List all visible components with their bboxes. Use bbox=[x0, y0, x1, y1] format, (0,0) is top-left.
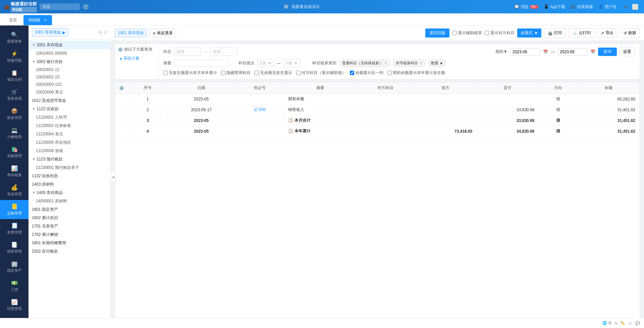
subject-input[interactable]: 选择... ··· bbox=[174, 48, 201, 56]
tree-item-10020002[interactable]: 10020002 23 bbox=[29, 73, 110, 81]
account-refresh-icon[interactable]: ↺ bbox=[104, 30, 107, 35]
row-voucher[interactable]: 记-006 bbox=[235, 105, 284, 115]
checkbox-hide-disabled[interactable]: 隐藏禁用科目 bbox=[221, 70, 251, 76]
checkbox-no-balance[interactable]: 无余额无发生显示 bbox=[255, 70, 292, 76]
tree-item-1001[interactable]: ▼1001 库存现金 bbox=[29, 41, 110, 49]
sidebar-item-mini-ecommerce[interactable]: 💻 小畅电商 bbox=[0, 124, 29, 143]
lang-btn[interactable]: 🌐 英 bbox=[602, 321, 612, 326]
sidebar-item-general-ledger[interactable]: 📒 总账管理 bbox=[0, 200, 29, 219]
subject-input-2[interactable]: 选择... ··· bbox=[210, 48, 237, 56]
tab-close-icon[interactable]: ✕ bbox=[44, 18, 47, 22]
tree-item-1132[interactable]: 1132 应收利息 bbox=[29, 172, 110, 180]
system-scheme-btn[interactable]: ● 系统方案 bbox=[118, 54, 156, 63]
tree-item-11220002[interactable]: 11220002 往来标签 bbox=[29, 122, 110, 130]
tag-foreign-close[interactable]: ✕ bbox=[420, 61, 422, 65]
close-window-btn[interactable]: ✕ bbox=[622, 4, 629, 10]
level-from-select[interactable]: 1级 ▼ bbox=[257, 59, 274, 67]
period-end-input[interactable] bbox=[557, 48, 588, 56]
col-settings-icon[interactable]: ⚙️ bbox=[119, 86, 124, 90]
tab-ledger[interactable]: 明细账 ✕ bbox=[23, 15, 52, 25]
tree-item-2202[interactable]: 2202 应付账款 bbox=[29, 247, 110, 256]
tree-item-1701[interactable]: 1701 无形资产 bbox=[29, 222, 110, 231]
tab-home[interactable]: 首页 bbox=[4, 15, 22, 25]
tag-normal-close[interactable]: ✕ bbox=[384, 61, 387, 65]
tree-item-1002[interactable]: ▼1002 银行存款 bbox=[29, 58, 110, 66]
sidebar-item-fixed-assets[interactable]: 🏢 固定资产 bbox=[0, 257, 29, 276]
tree-item-11220006[interactable]: 11220006 游戏 bbox=[29, 147, 110, 155]
sidebar-item-project-contract[interactable]: 📋 项目合同 bbox=[0, 66, 29, 85]
tag-quantity-arrow[interactable]: ▼ bbox=[439, 61, 443, 65]
tree-item-14050001[interactable]: 14050001 原材料 bbox=[29, 197, 110, 205]
sidebar-item-tax[interactable]: 📑 税务管理 bbox=[0, 238, 29, 257]
row-num: 2 bbox=[128, 105, 167, 115]
sidebar-item-label: 经营管理 bbox=[7, 306, 22, 311]
sidebar-item-salary[interactable]: 💵 工资 bbox=[0, 276, 29, 296]
sidebar-item-invoice[interactable]: 🧾 发票管理 bbox=[0, 219, 29, 238]
sidebar-item-retail[interactable]: 🛒 零售管理 bbox=[0, 85, 29, 105]
cloud-print-btn[interactable]: ☁️ 云打印 bbox=[569, 28, 594, 38]
tree-item-1012[interactable]: 1012 其他货币资金 bbox=[29, 96, 110, 105]
sidebar-item-purchase[interactable]: 🛍️ 采购管理 bbox=[0, 143, 29, 162]
checkbox-opposite-subject[interactable]: 对方科目（显示辅助项） bbox=[296, 70, 346, 76]
tree-item-1405[interactable]: ▼1405 库存商品 bbox=[29, 189, 110, 197]
tree-item-10020001[interactable]: 10020001 12 bbox=[29, 66, 110, 73]
maximize-btn[interactable]: ⬜ bbox=[631, 4, 640, 10]
percent-btn[interactable]: % bbox=[614, 321, 618, 325]
tree-item-11230001[interactable]: 11230001 预付账款美于 bbox=[29, 163, 110, 172]
tree-item-10010001[interactable]: 10010001 同同同 bbox=[29, 49, 110, 58]
tag-normal-subject[interactable]: 普通科目（无特殊核算） ✕ bbox=[339, 60, 390, 67]
tree-item-1702[interactable]: 1702 累计摊销 bbox=[29, 231, 110, 239]
export-btn[interactable]: ↗ 导出 bbox=[597, 28, 617, 38]
show-auxiliary-checkbox[interactable]: 显示辅助核算 bbox=[452, 30, 482, 36]
settings-icon[interactable]: ⚙️ bbox=[83, 4, 89, 10]
checkbox-no-amount[interactable]: 无发生额显示本月本年累计 bbox=[163, 70, 217, 76]
filter-panel: ⚙️ 按以下方案查询 ● 系统方案 科目 选择... · bbox=[115, 44, 640, 79]
summary-input[interactable] bbox=[174, 60, 229, 67]
panel-collapse-toggle[interactable]: ◀ bbox=[110, 171, 116, 182]
expand-more-btn[interactable]: ∧ 收起更多 bbox=[150, 29, 176, 37]
app-download-btn[interactable]: 📱 App下载 bbox=[544, 4, 565, 10]
tree-item-1122[interactable]: ▼1122 应收款 bbox=[29, 105, 110, 113]
message-btn[interactable]: 💬 消息 99+ bbox=[514, 4, 538, 10]
account-tag-arrow[interactable]: ▶ bbox=[62, 30, 65, 35]
tree-item-10020006[interactable]: 10020006 美元 bbox=[29, 88, 110, 96]
sidebar-item-quick-nav[interactable]: ⚡ 快捷导航 bbox=[0, 47, 29, 66]
query-btn[interactable]: 查询 bbox=[598, 48, 617, 56]
tree-item-11220004[interactable]: 11220004 美元 bbox=[29, 130, 110, 138]
setting-btn[interactable]: 设置 bbox=[620, 47, 635, 56]
sidebar-item-business-mgmt[interactable]: 📈 经营管理 bbox=[0, 296, 29, 315]
return-old-btn[interactable]: 退回旧版 bbox=[425, 28, 449, 38]
sidebar-item-inventory[interactable]: 📊 库存核算 bbox=[0, 162, 29, 181]
tree-item-1403[interactable]: 1403 原材料 bbox=[29, 180, 110, 189]
col-settings[interactable]: ⚙️ bbox=[115, 82, 128, 94]
tag-foreign-currency[interactable]: 外币核算科目 ✕ bbox=[393, 60, 425, 67]
table-row-monthly-total: 3 2023-05 📋本月合计 33,830.98 借 31,451.62 bbox=[115, 115, 640, 126]
demo-link[interactable]: 我要看实例演示 bbox=[291, 4, 320, 10]
tree-item-1801[interactable]: 1801 长期待摊费用 bbox=[29, 239, 110, 247]
sidebar-item-capital[interactable]: 💰 资金管理 bbox=[0, 181, 29, 200]
refresh-btn[interactable]: ↺ 刷新 bbox=[620, 28, 640, 38]
tree-item-1602[interactable]: 1602 累计折旧 bbox=[29, 214, 110, 222]
tree-item-11220001[interactable]: 11220001 人民币 bbox=[29, 113, 110, 122]
online-service-btn[interactable]: 🎧 在线客服 bbox=[571, 4, 593, 10]
edit-btn[interactable]: ✏️ bbox=[621, 321, 625, 325]
tree-item-11220005[interactable]: 11220005 所在地区 bbox=[29, 138, 110, 147]
cloud-btn[interactable]: ☁️ bbox=[628, 321, 633, 325]
tree-item-10020003[interactable]: 10020003 122 bbox=[29, 81, 110, 88]
checkbox-opening-balance[interactable]: 期初余额显示本年累计发生额 bbox=[387, 70, 445, 76]
account-list-icon[interactable]: ☰ bbox=[99, 30, 102, 35]
checkbox-balance-one-col[interactable]: 余额显示在一列 bbox=[350, 70, 383, 76]
user-avatar-btn[interactable]: 👤 用户名 bbox=[598, 4, 617, 10]
top-search-input[interactable] bbox=[40, 3, 80, 10]
print-btn[interactable]: 🖨️ 打印 bbox=[544, 28, 566, 38]
chat-btn[interactable]: 💬 bbox=[635, 321, 640, 325]
sidebar-item-search-menu[interactable]: 🔍 搜索菜单 bbox=[0, 28, 29, 47]
format-btn[interactable]: 金额式 ▼ bbox=[517, 28, 541, 38]
period-start-input[interactable] bbox=[510, 48, 540, 56]
level-to-select[interactable]: 6级 ▼ bbox=[283, 59, 300, 67]
tree-item-1123[interactable]: ▼1123 预付账款 bbox=[29, 155, 110, 163]
tree-item-1601[interactable]: 1601 固定资产 bbox=[29, 205, 110, 214]
tag-quantity[interactable]: 数量 ▼ bbox=[428, 60, 446, 67]
sidebar-item-wholesale[interactable]: 📦 批发管理 bbox=[0, 105, 29, 124]
show-opposite-checkbox[interactable]: 显示对方科目 bbox=[485, 30, 515, 36]
